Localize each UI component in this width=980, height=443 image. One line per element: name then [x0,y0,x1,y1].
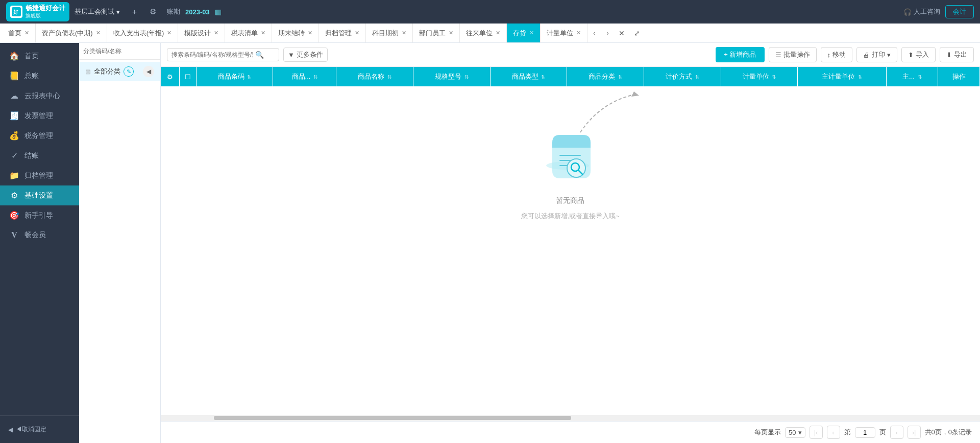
table-th-price-method[interactable]: 计价方式 ⇅ [644,67,721,86]
table-th-gear[interactable]: ⚙ [161,67,179,86]
tab-close-icon[interactable]: ✕ [214,30,218,36]
table-th-main-unit[interactable]: 主计量单位 ⇅ [798,67,886,86]
search-icon[interactable]: 🔍 [255,51,264,59]
sort-icon: ⇅ [387,74,391,80]
batch-icon: ☰ [775,51,781,59]
table-th-type[interactable]: 商品类型 ⇅ [490,67,567,86]
tab-balance[interactable]: 资产负债表(中期) ✕ [36,24,107,43]
tab-close-icon[interactable]: ✕ [529,30,534,36]
page-next-button[interactable]: › [890,426,903,439]
period-label: 账期 [167,7,180,16]
calendar-icon[interactable]: ▦ [215,8,222,16]
tab-taxform[interactable]: 税表清单 ✕ [225,24,272,43]
sidebar-item-guide[interactable]: 🎯 新手引导 [0,205,79,225]
table-th-unit[interactable]: 计量单位 ⇅ [721,67,798,86]
tab-close-icon[interactable]: ✕ [308,30,312,36]
add-tab-button[interactable]: ＋ [127,5,141,19]
empty-main-text: 暂无商品 [556,196,584,205]
tab-label: 往来单位 [466,29,493,38]
tab-next-button[interactable]: › [601,24,614,43]
table-th-code[interactable]: 商品... ⇅ [273,67,336,86]
tab-close-icon[interactable]: ✕ [576,30,581,36]
tab-prev-button[interactable]: ‹ [587,24,601,43]
account-button[interactable]: 会计 [945,5,974,18]
sidebar-item-settings[interactable]: ⚙ 基础设置 [0,185,79,205]
tab-income[interactable]: 收入支出表(年报) ✕ [107,24,179,43]
category-edit-icon[interactable]: ✎ [124,66,134,77]
app-logo[interactable]: 好 畅捷通好会计 旗舰版 [6,2,69,21]
table-th-category[interactable]: 商品分类 ⇅ [567,67,644,86]
sidebar-item-ledger[interactable]: 📒 总账 [0,66,79,86]
sidebar-item-archive[interactable]: 📁 归档管理 [0,166,79,185]
sidebar-item-settle[interactable]: ✓ 结账 [0,146,79,166]
tab-label: 科目期初 [372,29,399,38]
tab-label: 首页 [8,29,21,38]
company-name: 基层工会测试 [75,7,114,16]
page-size-value: 50 [789,429,796,436]
tab-label: 存货 [513,29,526,38]
tab-close-icon[interactable]: ✕ [167,30,172,36]
tab-home[interactable]: 首页 ✕ [2,24,36,43]
page-prev-button[interactable]: ‹ [827,426,840,439]
tab-close-icon[interactable]: ✕ [402,30,406,36]
sidebar-item-invoice[interactable]: 🧾 发票管理 [0,106,79,126]
table-th-main-extra[interactable]: 主... ⇅ [886,67,938,86]
tab-close-icon[interactable]: ✕ [96,30,101,36]
tab-close-icon[interactable]: ✕ [261,30,265,36]
company-selector[interactable]: 基层工会测试 ▾ [75,7,120,16]
move-button[interactable]: ↕ 移动 [821,47,853,62]
chevron-down-icon: ▾ [798,429,802,436]
sidebar-item-reports[interactable]: ☁ 云报表中心 [0,86,79,106]
tab-subject[interactable]: 科目期初 ✕ [366,24,413,43]
category-collapse-button[interactable]: ◀ [143,66,154,77]
tab-dept[interactable]: 部门员工 ✕ [413,24,460,43]
tab-archive[interactable]: 归档管理 ✕ [319,24,366,43]
sidebar-item-label: 总账 [24,72,39,81]
category-search: 🔍 [79,43,160,60]
page-number-input[interactable] [855,427,875,438]
ledger-icon: 📒 [9,71,19,81]
tab-close-all-button[interactable]: ✕ [614,24,629,43]
sidebar-item-home[interactable]: 🏠 首页 [0,46,79,66]
export-button[interactable]: ⬇ 导出 [940,47,974,62]
settings-icon[interactable]: ⚙ [145,5,160,19]
tab-unit[interactable]: 计量单位 ✕ [541,24,587,43]
import-button[interactable]: ⬆ 导入 [901,47,936,62]
help-button[interactable]: 🎧 人工咨询 [903,7,940,16]
category-panel: 🔍 ⊞ 全部分类 ✎ ◀ [79,43,161,443]
sidebar-item-tax[interactable]: 💰 税务管理 [0,126,79,146]
page-size-select[interactable]: 50 ▾ [785,427,805,438]
scrollbar-thumb[interactable] [214,416,571,420]
table-th-actions: 操作 [938,67,980,86]
page-first-button[interactable]: |‹ [810,426,823,439]
table-th-spec[interactable]: 规格型号 ⇅ [413,67,491,86]
print-button[interactable]: 🖨 打印 ▾ [856,47,897,62]
category-all-label: 全部分类 [94,67,120,76]
batch-operation-button[interactable]: ☰ 批量操作 [769,47,817,62]
tab-template[interactable]: 模版设计 ✕ [178,24,225,43]
empty-state: 暂无商品 您可以选择新增,或者直接导入哦~ [161,86,980,262]
table-th-barcode[interactable]: 商品条码 ⇅ [196,67,273,86]
tab-period-close[interactable]: 期末结转 ✕ [272,24,319,43]
tab-close-icon[interactable]: ✕ [496,30,500,36]
add-product-button[interactable]: + 新增商品 [716,47,764,62]
category-search-input[interactable] [83,48,160,55]
horizontal-scrollbar[interactable] [161,415,980,421]
table-th-checkbox[interactable]: ☐ [179,67,196,86]
product-search-input[interactable] [172,51,253,58]
tab-close-icon[interactable]: ✕ [24,30,29,36]
category-all-item[interactable]: ⊞ 全部分类 ✎ ◀ [79,62,160,81]
page-last-button[interactable]: ›| [908,426,921,439]
tab-close-icon[interactable]: ✕ [355,30,359,36]
sidebar-item-label: 发票管理 [24,111,53,121]
sidebar-item-member[interactable]: V 畅会员 [0,225,79,245]
tab-contacts[interactable]: 往来单位 ✕ [460,24,507,43]
table-th-name[interactable]: 商品名称 ⇅ [336,67,413,86]
filter-button[interactable]: ▼ 更多条件 [283,48,328,62]
total-label: 共0页，0条记录 [925,428,972,437]
tab-inventory[interactable]: 存货 ✕ [507,24,541,43]
sort-icon: ⇅ [313,74,317,80]
tab-close-icon[interactable]: ✕ [449,30,453,36]
tab-maximize-button[interactable]: ⤢ [629,24,645,43]
sidebar-pin-button[interactable]: ◀ ◀取消固定 [0,421,79,438]
